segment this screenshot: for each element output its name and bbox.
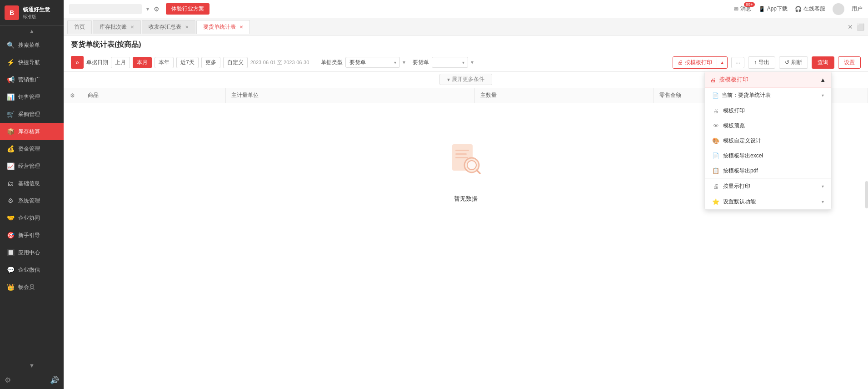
- tab-maximize-icon[interactable]: ⬜: [857, 23, 864, 30]
- settings-label: 设置: [844, 59, 855, 66]
- page-content: 要货单统计表(按商品) » 单据日期 上月 本月 本年 近7天 更多 自定义 2…: [64, 35, 868, 389]
- sidebar-item-basic[interactable]: 🗂 基础信息: [0, 175, 64, 192]
- category-select-wrapper: [432, 57, 468, 68]
- template-design-icon: 🎨: [712, 137, 719, 145]
- query-btn[interactable]: 查询: [812, 56, 834, 69]
- sidebar-label-basic: 基础信息: [18, 180, 40, 187]
- sidebar-item-apps[interactable]: 🔲 应用中心: [0, 244, 64, 261]
- dropdown-collapse-icon[interactable]: ▲: [820, 76, 826, 83]
- online-service-item[interactable]: 🎧 在线客服: [795, 5, 825, 13]
- headset-icon: 🎧: [795, 6, 802, 12]
- th-settings[interactable]: ⚙: [64, 88, 82, 103]
- expand-more-btn[interactable]: ▾ 展开更多条件: [439, 74, 492, 85]
- sidebar-label-member: 畅会员: [18, 283, 35, 291]
- tab-home-label: 首页: [74, 23, 85, 31]
- sidebar: B 畅通好生意 标准版 ▲ 🔍 搜索菜单 ⚡ 快捷导航 📢 营销推广 📊 销售管…: [0, 0, 64, 389]
- tab-order-stats-close[interactable]: ✕: [239, 25, 243, 30]
- sidebar-label-system: 系统管理: [18, 197, 40, 205]
- sidebar-scroll-down[interactable]: ▼: [0, 360, 64, 371]
- resize-handle[interactable]: [865, 181, 868, 208]
- sidebar-scroll-up[interactable]: ▲: [0, 26, 64, 36]
- dropdown-header[interactable]: 🖨 按模板打印 ▲: [705, 72, 831, 88]
- tab-receipts-summary[interactable]: 收发存汇总表 ✕: [142, 20, 195, 34]
- topbar-search-input[interactable]: [69, 4, 142, 14]
- set-default-chevron: ▾: [822, 199, 824, 204]
- dropdown-current-icon: 📄: [712, 92, 719, 99]
- date-btn-this-year[interactable]: 本年: [155, 57, 174, 68]
- sidebar-label-inventory: 库存核算: [18, 128, 40, 136]
- tab-home[interactable]: 首页: [67, 20, 92, 34]
- sidebar-label-collab: 企业协同: [18, 214, 40, 222]
- topbar: ▾ ⚙ 体验行业方案 ✉ 消息 99+ 📱 App下载 🎧 在线客服 用户: [64, 0, 868, 18]
- sidebar-item-guide[interactable]: 🎯 新手引导: [0, 227, 64, 244]
- export-btn[interactable]: ↑ 导出: [748, 56, 775, 69]
- user-avatar[interactable]: [833, 3, 844, 15]
- sidebar-item-quick-nav[interactable]: ⚡ 快捷导航: [0, 54, 64, 71]
- type-filter-select[interactable]: 要货单: [345, 57, 400, 68]
- printer-icon: 🖨: [678, 59, 683, 66]
- tab-close-all-icon[interactable]: ✕: [848, 23, 853, 30]
- trial-btn[interactable]: 体验行业方案: [166, 3, 210, 15]
- refresh-btn[interactable]: ↺ 刷新: [779, 56, 808, 69]
- print-template-label: 按模板打印: [685, 59, 712, 66]
- dropdown-item-export-pdf[interactable]: 📋 按模板导出pdf: [705, 163, 831, 178]
- sidebar-item-finance[interactable]: 💰 资金管理: [0, 140, 64, 157]
- query-label: 查询: [818, 59, 828, 66]
- message-item[interactable]: ✉ 消息 99+: [734, 5, 751, 13]
- dropdown-item-template-design[interactable]: 🎨 模板自定义设计: [705, 133, 831, 148]
- tab-inventory-batch-label: 库存批次账: [100, 23, 127, 31]
- sidebar-item-collab[interactable]: 🤝 企业协同: [0, 209, 64, 227]
- settings-btn[interactable]: 设置: [838, 56, 861, 69]
- sidebar-label-marketing: 营销推广: [18, 76, 40, 84]
- dropdown-section-display-print[interactable]: 🖨 按显示打印 ▾: [705, 178, 831, 194]
- member-icon: 👑: [6, 283, 15, 291]
- date-btn-7days[interactable]: 近7天: [176, 57, 199, 68]
- tab-receipts-summary-close[interactable]: ✕: [185, 25, 189, 30]
- print-btn-wrapper: 🖨 按模板打印 ▲: [673, 56, 728, 69]
- topbar-dropdown-arrow[interactable]: ▾: [146, 6, 149, 12]
- sidebar-item-system[interactable]: ⚙ 系统管理: [0, 192, 64, 209]
- dropdown-item-template-preview[interactable]: 👁 模板预览: [705, 118, 831, 133]
- th-quantity: 主数量: [475, 88, 654, 103]
- inventory-icon: 📦: [6, 127, 15, 136]
- sidebar-item-member[interactable]: 👑 畅会员: [0, 278, 64, 296]
- dropdown-item-template-print[interactable]: 🖨 模板打印: [705, 103, 831, 118]
- finance-icon: 💰: [6, 145, 15, 153]
- date-btn-custom[interactable]: 自定义: [223, 57, 248, 68]
- print-dropdown-toggle[interactable]: ▲: [717, 58, 727, 67]
- sidebar-item-purchase[interactable]: 🛒 采购管理: [0, 106, 64, 123]
- date-btn-this-month[interactable]: 本月: [133, 57, 152, 68]
- dropdown-item-export-excel[interactable]: 📄 按模板导出excel: [705, 148, 831, 163]
- settings-footer-icon[interactable]: ⚙: [5, 376, 11, 384]
- sidebar-item-marketing[interactable]: 📢 营销推广: [0, 71, 64, 88]
- sidebar-item-search[interactable]: 🔍 搜索菜单: [0, 36, 64, 54]
- dropdown-header-left: 🖨 按模板打印: [710, 76, 748, 84]
- dropdown-current-label: 当前：要货单统计表: [722, 91, 771, 99]
- export-pdf-icon: 📋: [712, 167, 719, 175]
- category-filter-select[interactable]: [432, 57, 468, 68]
- sales-icon: 📊: [6, 93, 15, 101]
- tab-inventory-batch-close[interactable]: ✕: [130, 25, 134, 30]
- sidebar-item-wechat[interactable]: 💬 企业微信: [0, 261, 64, 278]
- tab-inventory-batch[interactable]: 库存批次账 ✕: [93, 20, 141, 34]
- date-btn-last-month[interactable]: 上月: [111, 57, 130, 68]
- date-btn-more[interactable]: 更多: [201, 57, 220, 68]
- print-template-btn[interactable]: 🖨 按模板打印: [673, 57, 717, 68]
- expand-icon[interactable]: »: [71, 56, 84, 69]
- table-settings-icon[interactable]: ⚙: [70, 92, 75, 99]
- dropdown-current-item[interactable]: 📄 当前：要货单统计表 ▾: [705, 88, 831, 103]
- dropdown-section-set-default[interactable]: ⭐ 设置默认功能 ▾: [705, 194, 831, 209]
- sidebar-label-finance: 资金管理: [18, 145, 40, 153]
- audio-footer-icon[interactable]: 🔊: [50, 376, 59, 384]
- sidebar-item-sales[interactable]: 📊 销售管理: [0, 88, 64, 106]
- app-download-item[interactable]: 📱 App下载: [758, 5, 788, 13]
- tab-order-stats[interactable]: 要货单统计表 ✕: [196, 20, 250, 34]
- sidebar-item-operations[interactable]: 📈 经营管理: [0, 157, 64, 175]
- app-download-label: App下载: [767, 5, 788, 13]
- dropdown-printer-icon: 🖨: [710, 76, 716, 83]
- th-unit: 主计量单位: [225, 88, 475, 103]
- topbar-settings-icon[interactable]: ⚙: [154, 5, 160, 13]
- sidebar-item-inventory[interactable]: 📦 库存核算: [0, 123, 64, 140]
- template-print-label: 模板打印: [723, 107, 745, 115]
- ellipsis-actions-btn[interactable]: ···: [731, 57, 744, 68]
